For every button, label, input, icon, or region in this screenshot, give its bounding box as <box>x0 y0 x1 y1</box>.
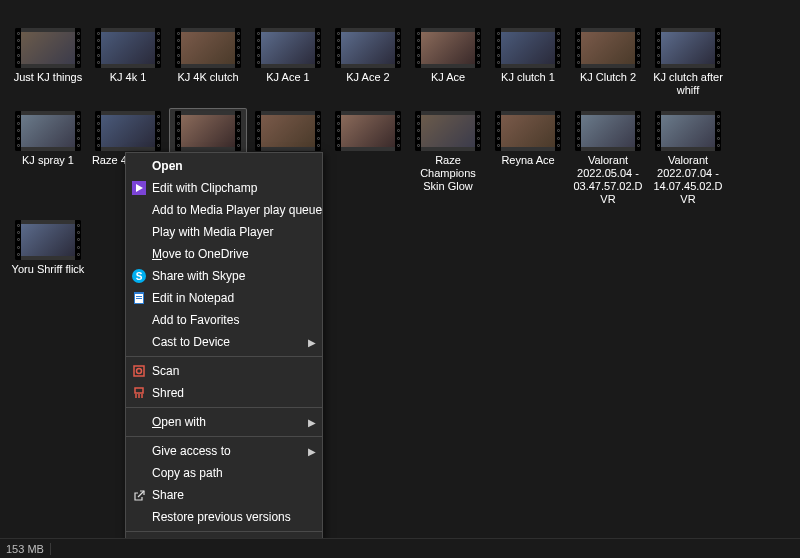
context-menu: Open Edit with Clipchamp Add to Media Pl… <box>125 152 323 558</box>
file-label: Just KJ things <box>14 71 82 84</box>
menu-move-onedrive[interactable]: Move to OneDrive <box>126 243 322 265</box>
video-thumbnail <box>15 111 81 151</box>
file-item[interactable]: KJ 4k 1 <box>89 25 167 100</box>
video-thumbnail <box>95 28 161 68</box>
menu-edit-notepad[interactable]: Edit in Notepad <box>126 287 322 309</box>
video-thumbnail <box>15 220 81 260</box>
menu-open-with[interactable]: Open with▶ <box>126 411 322 433</box>
notepad-icon <box>130 290 148 306</box>
video-thumbnail <box>255 28 321 68</box>
file-label: Raze Champions Skin Glow <box>411 154 485 193</box>
chevron-right-icon: ▶ <box>308 417 316 428</box>
file-label: KJ clutch 1 <box>501 71 555 84</box>
file-label: Reyna Ace <box>501 154 554 167</box>
status-separator <box>50 543 51 555</box>
menu-copy-path[interactable]: Copy as path <box>126 462 322 484</box>
file-item[interactable]: Yoru Shriff flick <box>9 217 87 279</box>
file-item[interactable]: KJ Clutch 2 <box>569 25 647 100</box>
video-thumbnail <box>495 111 561 151</box>
video-thumbnail <box>255 111 321 151</box>
skype-icon: S <box>130 268 148 284</box>
menu-separator <box>126 356 322 357</box>
file-item[interactable]: KJ clutch after whiff <box>649 25 727 100</box>
file-label: KJ clutch after whiff <box>651 71 725 97</box>
video-thumbnail <box>415 111 481 151</box>
menu-shred[interactable]: Shred <box>126 382 322 404</box>
file-item[interactable]: Valorant 2022.07.04 - 14.07.45.02.DVR <box>649 108 727 209</box>
file-label: KJ spray 1 <box>22 154 74 167</box>
scan-icon <box>130 363 148 379</box>
file-item[interactable]: Just KJ things <box>9 25 87 100</box>
svg-rect-10 <box>135 388 143 393</box>
file-label: KJ Ace 1 <box>266 71 309 84</box>
status-size: 153 MB <box>6 543 44 555</box>
file-item[interactable]: KJ Ace 1 <box>249 25 327 100</box>
menu-scan[interactable]: Scan <box>126 360 322 382</box>
status-bar: 153 MB <box>0 538 800 558</box>
menu-give-access[interactable]: Give access to▶ <box>126 440 322 462</box>
file-item[interactable]: Valorant 2022.05.04 - 03.47.57.02.DVR <box>569 108 647 209</box>
svg-rect-8 <box>134 366 144 376</box>
menu-add-favorites[interactable]: Add to Favorites <box>126 309 322 331</box>
menu-cast-device[interactable]: Cast to Device▶ <box>126 331 322 353</box>
video-thumbnail <box>175 111 241 151</box>
file-item[interactable] <box>329 108 407 209</box>
file-item[interactable]: Reyna Ace <box>489 108 567 209</box>
video-thumbnail <box>15 28 81 68</box>
svg-rect-7 <box>136 298 142 299</box>
file-label: KJ 4K clutch <box>177 71 238 84</box>
video-thumbnail <box>95 111 161 151</box>
video-thumbnail <box>175 28 241 68</box>
menu-add-mp-queue[interactable]: Add to Media Player play queue <box>126 199 322 221</box>
file-item[interactable]: KJ spray 1 <box>9 108 87 209</box>
shred-icon <box>130 385 148 401</box>
file-item[interactable]: KJ clutch 1 <box>489 25 567 100</box>
menu-separator <box>126 531 322 532</box>
video-thumbnail <box>655 111 721 151</box>
video-thumbnail <box>655 28 721 68</box>
svg-text:S: S <box>136 271 143 282</box>
file-label: KJ Ace 2 <box>346 71 389 84</box>
video-thumbnail <box>495 28 561 68</box>
file-item[interactable]: KJ Ace <box>409 25 487 100</box>
file-label: Valorant 2022.07.04 - 14.07.45.02.DVR <box>650 154 726 206</box>
chevron-right-icon: ▶ <box>308 337 316 348</box>
file-label: KJ Clutch 2 <box>580 71 636 84</box>
svg-rect-6 <box>136 296 142 297</box>
file-label: Valorant 2022.05.04 - 03.47.57.02.DVR <box>570 154 646 206</box>
menu-share-skype[interactable]: SShare with Skype <box>126 265 322 287</box>
svg-point-9 <box>137 369 142 374</box>
menu-separator <box>126 436 322 437</box>
clipchamp-icon <box>130 180 148 196</box>
video-thumbnail <box>335 28 401 68</box>
menu-restore-versions[interactable]: Restore previous versions <box>126 506 322 528</box>
file-label: KJ Ace <box>431 71 465 84</box>
file-label: KJ 4k 1 <box>110 71 147 84</box>
video-thumbnail <box>575 28 641 68</box>
menu-separator <box>126 407 322 408</box>
share-icon <box>130 487 148 503</box>
video-thumbnail <box>335 111 401 151</box>
menu-edit-clipchamp[interactable]: Edit with Clipchamp <box>126 177 322 199</box>
video-thumbnail <box>575 111 641 151</box>
file-item[interactable]: KJ Ace 2 <box>329 25 407 100</box>
video-thumbnail <box>415 28 481 68</box>
menu-open[interactable]: Open <box>126 155 322 177</box>
file-label: Yoru Shriff flick <box>12 263 85 276</box>
chevron-right-icon: ▶ <box>308 446 316 457</box>
menu-share[interactable]: Share <box>126 484 322 506</box>
file-item[interactable]: KJ 4K clutch <box>169 25 247 100</box>
menu-play-mp[interactable]: Play with Media Player <box>126 221 322 243</box>
file-item[interactable]: Raze Champions Skin Glow <box>409 108 487 209</box>
file-grid: Just KJ thingsKJ 4k 1KJ 4K clutchKJ Ace … <box>0 0 800 287</box>
